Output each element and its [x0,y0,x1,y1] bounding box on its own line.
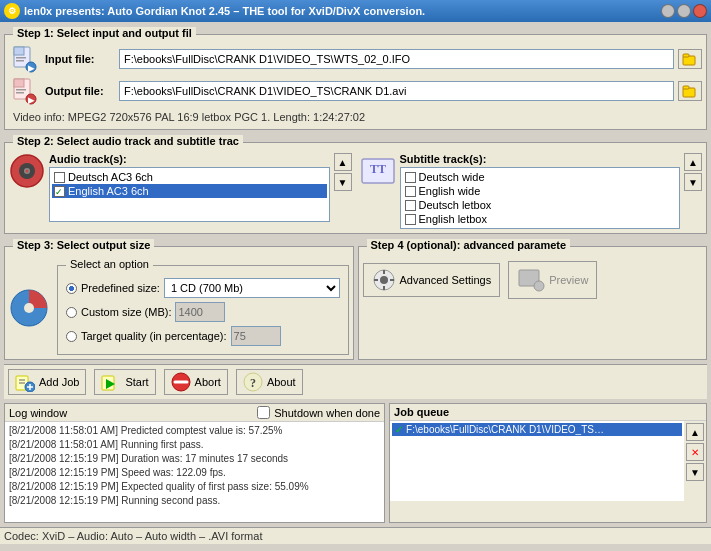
action-buttons: Add Job Start Abort ? About [4,364,707,399]
input-file-icon: ▶ [9,45,41,73]
step3-step4-row: Step 3: Select output size Select an opt… [4,238,707,360]
input-browse-button[interactable] [678,49,702,69]
step2-label: Step 2: Select audio track and subtitle … [13,135,243,147]
svg-rect-27 [383,286,385,290]
main-content: Step 1: Select input and output fil ▶ In… [0,22,711,527]
log-entry-3: [8/21/2008 12:15:19 PM] Speed was: 122.0… [9,466,380,480]
audio-check-0[interactable] [54,172,65,183]
step1-group: Step 1: Select input and output fil ▶ In… [4,34,707,130]
title-bar: ⚙ len0x presents: Auto Gordian Knot 2.45… [0,0,711,22]
audio-updown: ▲ ▼ [334,153,352,191]
svg-point-23 [24,303,34,313]
svg-rect-28 [374,279,378,281]
log-entry-5: [8/21/2008 12:15:19 PM] Running second p… [9,494,380,508]
svg-rect-2 [16,57,26,59]
title-text: len0x presents: Auto Gordian Knot 2.45 –… [24,5,425,17]
custom-size-input [175,302,225,322]
audio-track-1[interactable]: English AC3 6ch [52,184,327,198]
custom-radio[interactable] [66,307,77,318]
output-label: Output file: [45,85,115,97]
subtitle-up-button[interactable]: ▲ [684,153,702,171]
sub-check-3[interactable] [405,214,416,225]
job-side-buttons: ▲ ✕ ▼ [684,421,706,501]
maximize-button[interactable] [677,4,691,18]
output-file-field[interactable] [119,81,674,101]
status-text: Codec: XviD – Audio: Auto – Auto width –… [4,530,262,542]
subtitle-down-button[interactable]: ▼ [684,173,702,191]
subtitle-tracks-label: Subtitle track(s): [400,153,681,165]
audio-up-button[interactable]: ▲ [334,153,352,171]
sub-track-0-name: Deutsch wide [419,171,485,183]
audio-track-0[interactable]: Deutsch AC3 6ch [52,170,327,184]
advanced-settings-button[interactable]: Advanced Settings [363,263,501,297]
audio-icon [9,153,45,189]
subtitle-updown: ▲ ▼ [684,153,702,191]
step2-inner: Audio track(s): Deutsch AC3 6ch English … [9,153,702,229]
log-job-row: Log window Shutdown when done [8/21/2008… [4,403,707,523]
audio-tracks-label: Audio track(s): [49,153,330,165]
option-group-label: Select an option [66,258,153,270]
sub-check-1[interactable] [405,186,416,197]
custom-label: Custom size (MB): [81,306,171,318]
svg-text:▶: ▶ [28,64,35,73]
start-label: Start [125,376,148,388]
start-button[interactable]: Start [94,369,155,395]
audio-down-button[interactable]: ▼ [334,173,352,191]
close-button[interactable] [693,4,707,18]
minimize-button[interactable] [661,4,675,18]
add-job-label: Add Job [39,376,79,388]
step2-group: Step 2: Select audio track and subtitle … [4,142,707,234]
sub-check-2[interactable] [405,200,416,211]
input-file-field[interactable] [119,49,674,69]
svg-point-25 [380,276,388,284]
output-file-row: ▶ Output file: [9,77,702,105]
sub-check-0[interactable] [405,172,416,183]
subtitle-track-2[interactable]: Deutsch letbox [403,198,678,212]
app-icon: ⚙ [4,3,20,19]
about-button[interactable]: ? About [236,369,303,395]
job-down-button[interactable]: ▼ [686,463,704,481]
step4-group: Step 4 (optional): advanced paramete Adv… [358,246,708,360]
subtitle-track-0[interactable]: Deutsch wide [403,170,678,184]
shutdown-checkbox[interactable] [257,406,270,419]
advanced-settings-label: Advanced Settings [400,274,492,286]
job-check-0: ✓ [395,424,403,435]
target-radio[interactable] [66,331,77,342]
preview-icon [517,266,545,294]
shutdown-label: Shutdown when done [274,407,380,419]
status-bar: Codec: XviD – Audio: Auto – Auto width –… [0,527,711,544]
svg-rect-1 [14,47,24,55]
subtitle-track-1[interactable]: English wide [403,184,678,198]
audio-listbox[interactable]: Deutsch AC3 6ch English AC3 6ch [49,167,330,222]
predefined-radio[interactable] [66,283,77,294]
predefined-dropdown[interactable]: 1 CD (700 Mb) 2 CDs (1400 Mb) [164,278,340,298]
job-list[interactable]: ✓ F:\ebooks\FullDisc\CRANK D1\VIDEO_TS\C… [390,421,684,501]
about-label: About [267,376,296,388]
log-entry-1: [8/21/2008 11:58:01 AM] Running first pa… [9,438,380,452]
about-icon: ? [243,372,263,392]
subtitle-tracks-box: Subtitle track(s): Deutsch wide English … [400,153,681,229]
log-content: [8/21/2008 11:58:01 AM] Predicted compte… [5,422,384,510]
sub-track-3-name: English letbox [419,213,488,225]
abort-button[interactable]: Abort [164,369,228,395]
subtitle-listbox[interactable]: Deutsch wide English wide Deutsch letbox [400,167,681,229]
log-entry-4: [8/21/2008 12:15:19 PM] Expected quality… [9,480,380,494]
target-quality-input [231,326,281,346]
audio-check-1[interactable] [54,186,65,197]
job-queue-header: Job queue [390,404,706,421]
preview-button[interactable]: Preview [508,261,597,299]
svg-point-19 [26,170,29,173]
svg-text:▶: ▶ [28,96,35,105]
job-up-button[interactable]: ▲ [686,423,704,441]
predefined-row: Predefined size: 1 CD (700 Mb) 2 CDs (14… [66,278,340,298]
abort-label: Abort [195,376,221,388]
output-browse-button[interactable] [678,81,702,101]
job-item-0[interactable]: ✓ F:\ebooks\FullDisc\CRANK D1\VIDEO_TS\C… [392,423,682,436]
shutdown-row: Shutdown when done [257,406,380,419]
add-job-button[interactable]: Add Job [8,369,86,395]
add-job-icon [15,372,35,392]
job-remove-button[interactable]: ✕ [686,443,704,461]
svg-rect-29 [390,279,394,281]
subtitle-track-3[interactable]: English letbox [403,212,678,226]
target-label: Target quality (in percentage): [81,330,227,342]
